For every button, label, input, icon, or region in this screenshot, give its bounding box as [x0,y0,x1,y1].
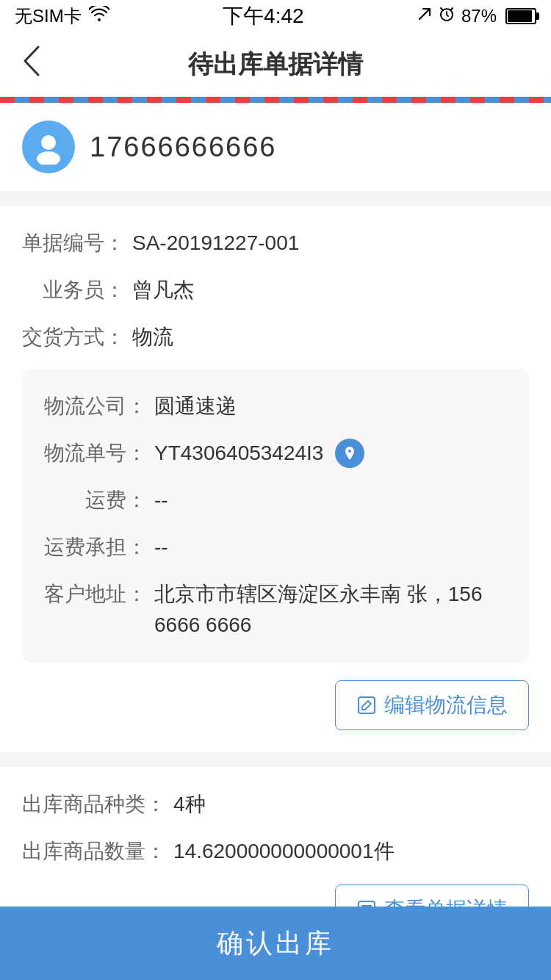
freight-bearer-value: -- [154,532,507,563]
status-bar: 无SIM卡 下午4:42 87% [0,0,551,32]
status-right: 87% [417,5,536,27]
goods-type-label: 出库商品种类： [22,789,166,820]
battery-percentage: 87% [461,6,497,26]
delivery-value: 物流 [132,322,529,353]
nav-bar: 待出库单据详情 [0,32,551,97]
freight-bearer-row: 运费承担： -- [44,532,507,563]
logistics-card: 物流公司： 圆通速递 物流单号： YT43064053424I3 运费： -- … [22,369,529,663]
goods-qty-value: 14.620000000000001件 [173,836,529,867]
freight-bearer-label: 运费承担： [44,532,147,563]
tracking-location-icon[interactable] [335,439,364,468]
carrier-text: 无SIM卡 [15,4,82,28]
goods-type-row: 出库商品种类： 4种 [22,789,529,820]
decorative-border [0,97,551,103]
back-button[interactable] [21,44,41,84]
tracking-row: 物流单号： YT43064053424I3 [44,438,507,469]
svg-point-1 [41,135,56,150]
tracking-no-value: YT43064053424I3 [154,438,323,469]
order-no-value: SA-20191227-001 [132,228,529,259]
location-status-icon [417,6,432,26]
company-value: 圆通速递 [154,391,507,422]
address-row: 客户地址： 北京市市辖区海淀区永丰南 张，156 6666 6666 [44,579,507,641]
order-no-row: 单据编号： SA-20191227-001 [22,228,529,259]
salesperson-value: 曾凡杰 [132,275,529,306]
wifi-icon [89,6,109,26]
goods-type-value: 4种 [173,789,529,820]
status-time: 下午4:42 [223,2,304,30]
svg-rect-3 [359,697,375,713]
delivery-row: 交货方式： 物流 [22,322,529,353]
address-label: 客户地址： [44,579,147,610]
company-row: 物流公司： 圆通速递 [44,391,507,422]
confirm-label: 确认出库 [217,926,334,962]
page-title: 待出库单据详情 [188,48,363,82]
user-phone: 17666666666 [90,131,276,163]
battery-icon [505,8,536,24]
delivery-label: 交货方式： [22,322,125,353]
order-no-label: 单据编号： [22,228,125,259]
edit-logistics-btn-row: 编辑物流信息 [22,680,529,730]
tracking-label: 物流单号： [44,438,147,469]
goods-qty-row: 出库商品数量： 14.620000000000001件 [22,836,529,867]
freight-value: -- [154,485,507,516]
company-label: 物流公司： [44,391,147,422]
freight-label: 运费： [44,485,147,516]
freight-row: 运费： -- [44,485,507,516]
confirm-button[interactable]: 确认出库 [0,907,551,980]
user-section: 17666666666 [0,103,551,191]
alarm-icon [438,5,455,27]
edit-logistics-label: 编辑物流信息 [384,691,508,719]
status-left: 无SIM卡 [15,4,109,28]
address-value: 北京市市辖区海淀区永丰南 张，156 6666 6666 [154,579,507,641]
salesperson-row: 业务员： 曾凡杰 [22,275,529,306]
order-info-section: 单据编号： SA-20191227-001 业务员： 曾凡杰 交货方式： 物流 … [0,206,551,752]
svg-point-2 [37,151,60,165]
edit-logistics-button[interactable]: 编辑物流信息 [335,680,529,730]
avatar [22,120,75,173]
salesperson-label: 业务员： [22,275,125,306]
goods-qty-label: 出库商品数量： [22,836,166,867]
